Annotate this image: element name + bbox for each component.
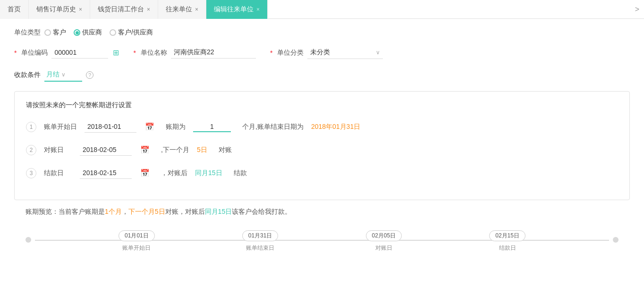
step1-calendar-icon[interactable]: 📅 <box>145 122 154 131</box>
main-content: 单位类型 客户 供应商 客户/供应商 * 单位编码 <box>0 19 644 287</box>
unit-code-field: * 单位编码 ⊞ <box>14 47 119 59</box>
radio-supplier-label: 供应商 <box>82 28 102 37</box>
step3-row: 3 结款日 📅 ，对账后 同月15日 结款 <box>26 167 618 179</box>
unit-name-input[interactable] <box>171 47 256 59</box>
timeline-label-2: 对账日 <box>375 244 392 252</box>
timeline-badge-1: 01月31日 <box>242 230 279 241</box>
unit-type-radio-group: 客户 供应商 客户/供应商 <box>44 28 153 37</box>
payment-condition-label: 收款条件 <box>14 71 41 79</box>
unit-category-chevron-icon: ∨ <box>376 49 380 56</box>
unit-code-required: * <box>14 49 17 57</box>
timeline-point-3: 02月15日 结款日 <box>489 230 525 252</box>
step2-label: 对账日 <box>44 146 72 154</box>
unit-category-label: 单位分类 <box>277 49 304 57</box>
timeline-point-0: 01月01日 账单开始日 <box>119 230 155 252</box>
unit-code-label: 单位编码 <box>21 49 48 57</box>
payment-condition-value: 月结 <box>46 70 59 79</box>
radio-customer[interactable]: 客户 <box>44 28 66 37</box>
tab-sales-history[interactable]: 销售订单历史 × <box>29 0 90 19</box>
payment-condition-select[interactable]: 月结 ∨ <box>44 68 82 82</box>
radio-supplier-circle[interactable] <box>74 29 80 36</box>
unit-name-required: * <box>133 49 136 57</box>
step1-end-date: 2018年01月31日 <box>311 123 360 131</box>
unit-code-input[interactable] <box>51 47 108 59</box>
timeline: 01月01日 账单开始日 01月31日 账单结束日 02月05日 对账日 02月… <box>25 226 619 262</box>
unit-category-select[interactable]: 未分类 ∨ <box>307 46 383 59</box>
preview-section: 账期预览：当前客户账期是1个月，下一个月5日对账，对账后同月15日该客户会给我打… <box>14 200 630 262</box>
radio-both[interactable]: 客户/供应商 <box>110 28 153 37</box>
tab-more-icon: > <box>635 5 639 13</box>
step2-date-input[interactable] <box>80 144 132 156</box>
preview-mid: 对账，对账后 <box>165 208 205 215</box>
tab-home-label: 首页 <box>8 5 21 14</box>
step1-label: 账单开始日 <box>44 123 77 131</box>
timeline-label-3: 结款日 <box>499 244 516 252</box>
tab-cashflow-label: 钱货日清工作台 <box>98 5 144 14</box>
unit-category-field: * 单位分类 未分类 ∨ <box>270 46 383 59</box>
payment-condition-chevron-icon: ∨ <box>61 71 66 78</box>
timeline-badge-2: 02月05日 <box>366 230 402 241</box>
tabs-bar: 首页 销售订单历史 × 钱货日清工作台 × 往来单位 × 编辑往来单位 × > <box>0 0 644 19</box>
unit-type-field: 单位类型 客户 供应商 客户/供应商 <box>14 28 153 37</box>
timeline-label-1: 账单结束日 <box>246 244 274 252</box>
period-settings-box: 请按照未来的一个完整帐期进行设置 1 账单开始日 📅 账期为 个月,账单结束日期… <box>14 91 630 200</box>
unit-name-field: * 单位名称 <box>133 47 255 59</box>
step2-num: 2 <box>26 145 36 155</box>
timeline-point-2: 02月05日 对账日 <box>366 230 402 252</box>
step2-desc-suffix: 对账 <box>219 146 232 154</box>
radio-customer-circle[interactable] <box>44 29 51 36</box>
step3-label: 结款日 <box>44 169 72 177</box>
step2-row: 2 对账日 📅 ,下一个月 5日 对账 <box>26 144 618 156</box>
step2-highlight: 5日 <box>197 146 207 154</box>
timeline-badge-3: 02月15日 <box>489 230 525 241</box>
payment-condition-row: 收款条件 月结 ∨ ? <box>14 68 630 82</box>
tab-partner-close[interactable]: × <box>195 6 198 13</box>
preview-part3: 同月15日 <box>205 208 232 215</box>
step2-calendar-icon[interactable]: 📅 <box>140 145 150 154</box>
tab-home[interactable]: 首页 <box>0 0 29 19</box>
tab-edit-partner[interactable]: 编辑往来单位 × <box>206 0 268 19</box>
payment-condition-help-icon[interactable]: ? <box>86 71 93 79</box>
step3-num: 3 <box>26 168 36 178</box>
step2-desc-prefix: ,下一个月 <box>161 146 189 154</box>
step3-highlight: 同月15日 <box>195 169 222 177</box>
tab-partner[interactable]: 往来单位 × <box>158 0 206 19</box>
radio-supplier[interactable]: 供应商 <box>74 28 102 37</box>
unit-code-copy-icon[interactable]: ⊞ <box>113 48 119 57</box>
tab-partner-label: 往来单位 <box>166 5 192 14</box>
radio-customer-label: 客户 <box>53 28 66 37</box>
unit-category-value: 未分类 <box>310 48 374 57</box>
unit-type-row: 单位类型 客户 供应商 客户/供应商 <box>14 28 630 37</box>
preview-end: 该客户会给我打款。 <box>232 208 291 215</box>
step3-desc-prefix: ，对账后 <box>161 169 187 177</box>
step1-desc-prefix: 账期为 <box>166 123 186 131</box>
step3-desc-suffix: 结款 <box>234 169 247 177</box>
timeline-label-0: 账单开始日 <box>122 244 151 252</box>
tab-edit-partner-label: 编辑往来单位 <box>214 5 254 14</box>
period-title: 请按照未来的一个完整帐期进行设置 <box>26 101 618 110</box>
step1-months-input[interactable] <box>193 122 231 132</box>
tab-sales-history-label: 销售订单历史 <box>36 5 76 14</box>
step3-date-input[interactable] <box>80 167 132 179</box>
tab-more-button[interactable]: > <box>630 5 644 14</box>
preview-sep1: ， <box>122 208 128 215</box>
tab-cashflow-close[interactable]: × <box>147 6 150 13</box>
unit-type-label: 单位类型 <box>14 28 41 37</box>
tab-cashflow[interactable]: 钱货日清工作台 × <box>90 0 158 19</box>
tab-sales-history-close[interactable]: × <box>79 6 82 13</box>
unit-category-required: * <box>270 49 272 57</box>
step1-date-input[interactable] <box>85 121 136 133</box>
radio-both-label: 客户/供应商 <box>118 28 153 37</box>
preview-label: 账期预览：当前客户账期是 <box>25 208 105 215</box>
unit-name-label: 单位名称 <box>141 49 167 57</box>
radio-both-circle[interactable] <box>110 29 116 36</box>
preview-text: 账期预览：当前客户账期是1个月，下一个月5日对账，对账后同月15日该客户会给我打… <box>25 208 619 216</box>
step1-num: 1 <box>26 122 36 132</box>
tab-edit-partner-close[interactable]: × <box>256 6 260 13</box>
step1-row: 1 账单开始日 📅 账期为 个月,账单结束日期为 2018年01月31日 <box>26 121 618 133</box>
step1-desc-suffix: 个月,账单结束日期为 <box>242 123 304 131</box>
preview-part1: 1个月 <box>105 208 122 215</box>
timeline-point-1: 01月31日 账单结束日 <box>242 230 279 252</box>
step3-calendar-icon[interactable]: 📅 <box>140 169 150 177</box>
preview-part2: 下一个月5日 <box>128 208 165 215</box>
